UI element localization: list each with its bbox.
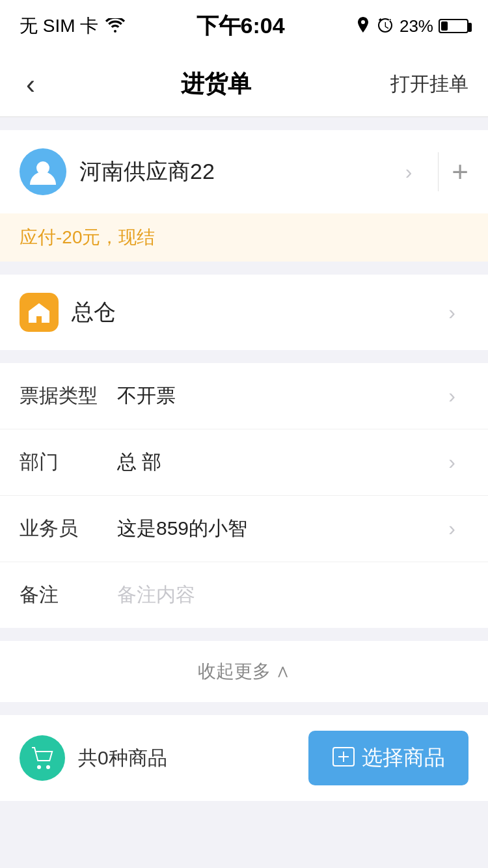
remark-row[interactable]: 备注 备注内容: [0, 562, 488, 628]
invoice-chevron: ›: [448, 384, 455, 408]
cart-icon-wrap: [20, 735, 65, 781]
supplier-row[interactable]: 河南供应商22 › +: [0, 130, 488, 213]
dept-row[interactable]: 部门 总 部 ›: [0, 429, 488, 496]
add-button[interactable]: +: [452, 157, 468, 186]
carrier-text: 无 SIM 卡: [20, 14, 98, 38]
sales-row[interactable]: 业务员 这是859的小智 ›: [0, 496, 488, 562]
collapse-row[interactable]: 收起更多 ∧: [0, 641, 488, 702]
warehouse-section: 总仓 ›: [0, 275, 488, 350]
supplier-section: 河南供应商22 › + 应付-20元，现结: [0, 130, 488, 262]
page-title: 进货单: [181, 68, 251, 100]
wifi-icon: [105, 18, 126, 34]
nav-bar: ‹ 进货单 打开挂单: [0, 52, 488, 117]
dept-label: 部门: [20, 449, 111, 476]
battery-percentage: 23%: [400, 16, 433, 36]
status-bar: 无 SIM 卡 下午6:04 23%: [0, 0, 488, 52]
select-product-button[interactable]: 选择商品: [308, 731, 468, 785]
supplier-name: 河南供应商22: [79, 157, 405, 187]
back-button[interactable]: ‹: [20, 62, 42, 107]
dept-value: 总 部: [111, 449, 448, 476]
person-icon: [29, 157, 57, 186]
sales-value: 这是859的小智: [111, 515, 448, 542]
bottom-bar: 共0种商品 选择商品: [0, 715, 488, 801]
open-pending-button[interactable]: 打开挂单: [390, 71, 468, 98]
sales-label: 业务员: [20, 515, 111, 542]
battery-icon: [439, 19, 468, 33]
select-product-label: 选择商品: [362, 744, 445, 772]
location-icon: [355, 17, 371, 35]
status-indicators: 23%: [355, 16, 468, 36]
vertical-divider: [438, 152, 439, 191]
sales-chevron: ›: [448, 517, 455, 541]
select-product-icon: [332, 746, 355, 770]
form-section: 票据类型 不开票 › 部门 总 部 › 业务员 这是859的小智 › 备注 备注…: [0, 363, 488, 628]
alarm-icon: [376, 17, 394, 35]
invoice-label: 票据类型: [20, 383, 111, 409]
notice-bar: 应付-20元，现结: [0, 213, 488, 262]
remark-input[interactable]: 备注内容: [111, 582, 468, 608]
notice-text: 应付-20元，现结: [20, 227, 155, 247]
remark-label: 备注: [20, 582, 111, 608]
status-time: 下午6:04: [197, 11, 285, 41]
collapse-label: 收起更多 ∧: [198, 659, 291, 684]
home-icon: [27, 301, 51, 324]
invoice-value: 不开票: [111, 383, 448, 409]
svg-point-1: [37, 765, 41, 769]
supplier-avatar: [20, 148, 66, 195]
status-carrier: 无 SIM 卡: [20, 14, 126, 38]
product-count: 共0种商品: [78, 745, 295, 772]
svg-point-2: [46, 765, 50, 769]
supplier-chevron: ›: [405, 160, 413, 184]
warehouse-chevron: ›: [448, 301, 455, 325]
warehouse-row[interactable]: 总仓 ›: [0, 275, 488, 350]
invoice-row[interactable]: 票据类型 不开票 ›: [0, 363, 488, 429]
warehouse-icon-wrap: [20, 293, 59, 332]
cart-icon: [29, 745, 55, 771]
top-divider: [0, 117, 488, 130]
dept-chevron: ›: [448, 450, 455, 474]
warehouse-name: 总仓: [72, 297, 448, 327]
